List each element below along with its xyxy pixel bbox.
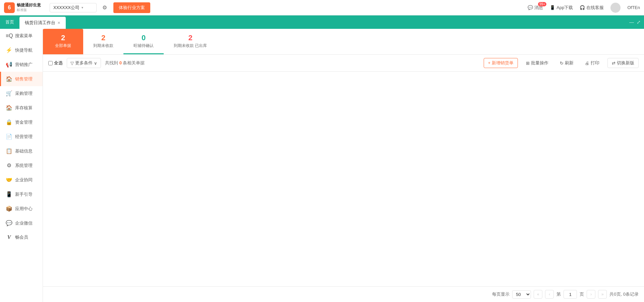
online-service-label: 在线客服 [586,5,604,11]
sidebar-item-corp-coop[interactable]: 🤝 企业协同 [0,173,43,187]
sidebar-item-corp-wechat-label: 企业微信 [15,220,33,226]
sidebar-item-app-center-label: 应用中心 [15,206,33,212]
page-label2: 页 [580,291,584,297]
quick-nav-icon: ⚡ [6,47,12,53]
batch-op-icon: ⊞ [526,61,530,66]
sidebar-item-vip[interactable]: V 畅会员 [0,230,43,244]
tab-close-icon[interactable]: ✕ [57,21,60,25]
service-icon: 🎧 [580,5,585,10]
sidebar-item-marketing-label: 营销推广 [15,62,33,68]
sidebar-item-search-menu[interactable]: ≡Q 搜索菜单 [0,29,43,43]
page-size-select[interactable]: 50 10 20 100 [512,290,531,299]
total-records: 共0页, 0条记录 [609,291,639,297]
username: OfTEn [627,5,640,10]
tab-minimize-button[interactable]: — [629,19,634,25]
corp-coop-icon: 🤝 [6,177,12,183]
top-header: 6 畅捷通好生意 标准版 XXXXXX公司 ▾ ⚙ 体验行业方案 💬 消息 99… [0,0,644,15]
filter-label: 更多条件 [75,60,93,66]
last-page-button[interactable]: » [598,290,607,299]
sidebar-item-quick-nav-label: 快捷导航 [15,47,33,53]
tab-maximize-button[interactable]: ⤢ [637,19,641,25]
prev-page-button[interactable]: ‹ [545,290,554,299]
messages-button[interactable]: 💬 消息 99+ [528,5,543,11]
stats-tab-pending[interactable]: 0 旺辅待确认 [123,29,164,54]
message-icon: 💬 [528,5,533,10]
sidebar-item-marketing[interactable]: 📢 营销推广 [0,57,43,72]
new-sale-button[interactable]: + 新增销货单 [484,58,518,68]
vip-icon: V [6,234,12,240]
logo-area: 6 畅捷通好生意 标准版 [4,2,47,13]
stats-tab-pending-count: 0 [142,34,146,42]
logo-text: 畅捷通好生意 标准版 [17,3,41,12]
next-page-icon: › [590,292,592,297]
found-text: 共找到 0 条相关单据 [105,60,145,66]
sidebar-item-basic-info-label: 基础信息 [15,148,33,154]
app-download-button[interactable]: 📱 App下载 [550,5,573,11]
refresh-button[interactable]: ↻ 刷新 [556,58,577,68]
sidebar-item-sales[interactable]: 🏠 销售管理 [0,72,43,86]
messages-badge: 99+ [538,2,546,6]
page-label: 第 [556,291,561,297]
company-name: XXXXXX公司 [53,5,79,11]
page-number-input[interactable] [564,290,577,299]
guide-icon: 📱 [6,191,12,197]
company-selector[interactable]: XXXXXX公司 ▾ [50,3,97,12]
select-all-input[interactable] [48,61,53,65]
sidebar-item-inventory[interactable]: 🏠 库存核算 [0,101,43,115]
sidebar-item-system[interactable]: ⚙ 系统管理 [0,158,43,173]
search-menu-icon: ≡Q [6,33,12,39]
main-layout: ≡Q 搜索菜单 ⚡ 快捷导航 📢 营销推广 🏠 销售管理 🛒 采购管理 🏠 库存… [0,29,644,302]
first-page-button[interactable]: « [534,290,542,299]
sidebar-item-guide[interactable]: 📱 新手引导 [0,187,43,201]
first-page-icon: « [537,292,539,297]
last-page-icon: » [601,292,604,297]
sidebar-item-sales-label: 销售管理 [15,76,33,82]
stats-tab-overdue[interactable]: 2 到期未收款 [83,29,123,54]
settings-button[interactable]: ⚙ [99,2,110,13]
sidebar-item-inventory-label: 库存核算 [15,105,33,111]
stats-tab-overdue-out[interactable]: 2 到期未收款 已出库 [164,29,217,54]
print-label: 打印 [591,60,599,66]
sidebar-item-app-center[interactable]: 📦 应用中心 [0,201,43,216]
sidebar-item-quick-nav[interactable]: ⚡ 快捷导航 [0,43,43,57]
sidebar-item-operation-label: 经营管理 [15,134,33,140]
sidebar-item-search-menu-label: 搜索菜单 [15,33,33,39]
stats-tab-overdue-out-label: 到期未收款 已出库 [174,43,207,49]
sidebar-item-purchase-label: 采购管理 [15,90,33,97]
filter-button[interactable]: ▽ 更多条件 ∨ [67,58,101,68]
avatar[interactable] [610,3,621,13]
logo-sub: 标准版 [17,8,41,12]
prev-page-icon: ‹ [549,292,550,297]
app-center-icon: 📦 [6,205,12,212]
sidebar-item-basic-info[interactable]: 📋 基础信息 [0,144,43,158]
sidebar-item-operation[interactable]: 📄 经营管理 [0,129,43,144]
sidebar: ≡Q 搜索菜单 ⚡ 快捷导航 📢 营销推广 🏠 销售管理 🛒 采购管理 🏠 库存… [0,29,43,302]
sidebar-item-purchase[interactable]: 🛒 采购管理 [0,86,43,101]
batch-op-button[interactable]: ⊞ 批量操作 [523,58,552,68]
next-page-button[interactable]: › [587,290,595,299]
toolbar-right: + 新增销货单 ⊞ 批量操作 ↻ 刷新 🖨 打印 ⇄ 切换新版 [484,58,639,68]
trial-button[interactable]: 体验行业方案 [113,2,150,13]
logo-title: 畅捷通好生意 [17,3,41,7]
header-right: 💬 消息 99+ 📱 App下载 🎧 在线客服 OfTEn [528,3,640,13]
select-all-checkbox[interactable]: 全选 [48,60,63,66]
stats-tab-all[interactable]: 2 全部单据 [43,29,83,54]
stats-tabs: 2 全部单据 2 到期未收款 0 旺辅待确认 2 到期未收款 已出库 [43,29,644,55]
table-area [43,72,644,286]
sidebar-item-corp-coop-label: 企业协同 [15,177,33,183]
stats-tab-overdue-count: 2 [101,34,105,42]
tab-home[interactable]: 首页 [0,15,19,29]
sidebar-item-corp-wechat[interactable]: 💬 企业微信 [0,216,43,230]
system-icon: ⚙ [6,162,12,169]
online-service-button[interactable]: 🎧 在线客服 [580,5,604,11]
sidebar-item-finance[interactable]: 🔒 资金管理 [0,115,43,129]
content-area: 2 全部单据 2 到期未收款 0 旺辅待确认 2 到期未收款 已出库 全选 [43,29,644,302]
company-arrow-icon: ▾ [82,6,83,9]
tab-cashflow[interactable]: 钱货日清工作台 ✕ [19,17,66,29]
switch-new-button[interactable]: ⇄ 切换新版 [607,58,639,68]
purchase-icon: 🛒 [6,90,12,97]
sidebar-item-guide-label: 新手引导 [15,191,33,197]
inventory-icon: 🏠 [6,105,12,111]
select-all-label: 全选 [54,60,63,66]
print-button[interactable]: 🖨 打印 [582,58,603,68]
